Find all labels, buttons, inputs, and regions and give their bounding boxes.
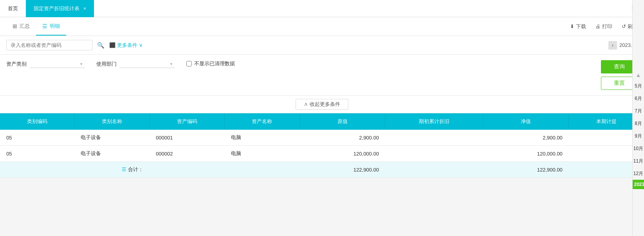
data-table: 类别编码 类别名称 资产编码 资产名称 原值 期初累计折旧 净值 本期计提 05… <box>0 113 644 178</box>
print-icon: 🖨 <box>595 23 601 29</box>
dept-label: 使用部门 <box>96 61 117 68</box>
sidebar-month-item[interactable]: 5月 <box>633 80 644 92</box>
active-tab-label: 固定资产折旧统计表 <box>34 0 79 17</box>
refresh-icon: ↺ <box>622 23 626 29</box>
table-header-row: 类别编码 类别名称 资产编码 资产名称 原值 期初累计折旧 净值 本期计提 <box>0 113 644 130</box>
total-row: ☰合计： 122,900.00 122,900.00 <box>0 162 644 178</box>
col-header-original-value: 原值 <box>299 113 385 130</box>
total-original-value: 122,900.00 <box>299 162 385 178</box>
tab-detail[interactable]: ☰ 明细 <box>36 17 66 36</box>
sidebar-month-item[interactable]: 6月 <box>633 92 644 105</box>
total-asset-code <box>150 162 225 178</box>
search-icon: 🔍 <box>97 42 105 49</box>
cell-net-value: 2,900.00 <box>483 130 569 146</box>
total-asset-name <box>225 162 300 178</box>
filter-icon: ⬛ <box>109 42 115 48</box>
sidebar-month-item[interactable]: 8月 <box>633 117 644 130</box>
cell-original-value: 120,000.00 <box>299 146 385 162</box>
home-tab[interactable]: 首页 <box>0 0 26 17</box>
asset-type-select[interactable] <box>30 60 85 68</box>
cell-asset-code: 000001 <box>150 130 225 146</box>
sidebar-month-item[interactable]: 9月 <box>633 130 644 142</box>
cell-acc-depreciation <box>385 130 483 146</box>
close-tab-icon[interactable]: × <box>83 0 86 17</box>
chevron-down-icon: ∨ <box>139 42 143 48</box>
sidebar-month-item[interactable]: 10月 <box>633 142 644 155</box>
toolbar-actions: ⬇ 下载 🖨 打印 ↺ 刷新 <box>570 23 638 30</box>
sidebar-month-item[interactable]: 11月 <box>633 155 644 167</box>
asset-type-filter: 资产类别 <box>6 60 85 68</box>
total-label: ☰合计： <box>0 162 150 178</box>
total-icon: ☰ <box>122 166 126 172</box>
sub-tab-bar: ⊞ 汇总 ☰ 明细 ⬇ 下载 🖨 打印 ↺ 刷新 <box>0 17 644 36</box>
sidebar-month-item[interactable]: 12月 <box>633 167 644 180</box>
search-input[interactable] <box>6 40 92 50</box>
search-bar: 🔍 ⬛ 更多条件 ∨ › 2023.01 <box>0 36 644 55</box>
print-button[interactable]: 🖨 打印 <box>595 23 612 30</box>
sidebar-nav-up[interactable]: ▲ <box>634 70 643 80</box>
collapse-button[interactable]: ∧ 收起更多条件 <box>296 99 348 110</box>
dept-filter: 使用部门 <box>96 60 175 68</box>
cell-acc-depreciation <box>385 146 483 162</box>
filter-area: 资产类别 使用部门 不显示已清理数据 查询 重置 <box>0 55 644 96</box>
table-wrap: 类别编码 类别名称 资产编码 资产名称 原值 期初累计折旧 净值 本期计提 05… <box>0 113 644 178</box>
main-content: 类别编码 类别名称 资产编码 资产名称 原值 期初累计折旧 净值 本期计提 05… <box>0 113 644 178</box>
active-tab[interactable]: 固定资产折旧统计表 × <box>26 0 94 17</box>
download-icon: ⬇ <box>570 23 574 29</box>
hide-cleared-label: 不显示已清理数据 <box>194 60 235 67</box>
tab-summary-label: 汇总 <box>20 23 30 30</box>
cell-type-code: 05 <box>0 146 74 162</box>
filter-row: 资产类别 使用部门 不显示已清理数据 查询 重置 <box>6 60 638 90</box>
col-header-net-value: 净值 <box>483 113 569 130</box>
dept-select[interactable] <box>120 60 175 68</box>
cell-type-name: 电子设备 <box>74 146 150 162</box>
tab-summary[interactable]: ⊞ 汇总 <box>6 17 36 36</box>
cell-type-name: 电子设备 <box>74 130 150 146</box>
cell-type-code: 05 <box>0 130 74 146</box>
col-header-acc-depreciation: 期初累计折旧 <box>385 113 483 130</box>
col-header-type-name: 类别名称 <box>74 113 150 130</box>
sidebar-year-badge[interactable]: 2023 <box>633 180 644 189</box>
cell-asset-name: 电脑 <box>225 146 300 162</box>
hide-cleared-checkbox[interactable] <box>186 61 192 66</box>
table-row: 05 电子设备 000002 电脑 120,000.00 120,000.00 <box>0 146 644 162</box>
top-nav: 首页 固定资产折旧统计表 × ✕ <box>0 0 644 17</box>
sub-tabs: ⊞ 汇总 ☰ 明细 <box>6 17 66 36</box>
download-label: 下载 <box>576 23 586 30</box>
summary-icon: ⊞ <box>13 23 17 29</box>
detail-icon: ☰ <box>42 23 47 29</box>
date-nav-arrow[interactable]: › <box>608 41 617 50</box>
asset-type-select-wrap <box>30 60 85 68</box>
collapse-bar: ∧ 收起更多条件 <box>0 96 644 113</box>
download-button[interactable]: ⬇ 下载 <box>570 23 586 30</box>
sidebar-month-item[interactable]: 7月 <box>633 105 644 117</box>
total-acc-depreciation <box>385 162 483 178</box>
more-conditions-label: 更多条件 <box>117 42 137 49</box>
dept-select-wrap <box>120 60 175 68</box>
col-header-type-code: 类别编码 <box>0 113 74 130</box>
cell-asset-name: 电脑 <box>225 130 300 146</box>
total-net-value: 122,900.00 <box>483 162 569 178</box>
table-row: 05 电子设备 000001 电脑 2,900.00 2,900.00 <box>0 130 644 146</box>
tab-detail-label: 明细 <box>50 23 60 30</box>
hide-cleared-filter: 不显示已清理数据 <box>186 60 235 67</box>
asset-type-label: 资产类别 <box>6 61 27 68</box>
cell-asset-code: 000002 <box>150 146 225 162</box>
cell-original-value: 2,900.00 <box>299 130 385 146</box>
col-header-asset-code: 资产编码 <box>150 113 225 130</box>
content-area: 类别编码 类别名称 资产编码 资产名称 原值 期初累计折旧 净值 本期计提 05… <box>0 113 644 178</box>
cell-net-value: 120,000.00 <box>483 146 569 162</box>
print-label: 打印 <box>602 23 612 30</box>
more-conditions-button[interactable]: ⬛ 更多条件 ∨ <box>109 42 143 49</box>
col-header-asset-name: 资产名称 <box>225 113 300 130</box>
right-sidebar: ▲ 5月6月7月8月9月10月11月12月 2023 <box>632 0 644 236</box>
